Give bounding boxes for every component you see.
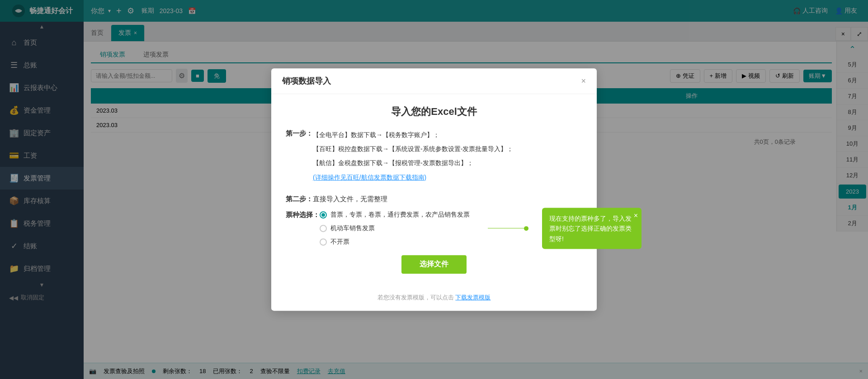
modal-body: 导入您的Excel文件 第一步： 【全电平台】数据下载→【税务数字账户】； 【百… [271, 94, 597, 294]
modal-main-title: 导入您的Excel文件 [286, 105, 582, 118]
radio-normal-circle [320, 211, 327, 218]
radio-no-ticket-circle [320, 238, 327, 246]
tooltip-connector [488, 226, 528, 231]
radio-motor[interactable]: 机动车销售发票 × 现在支持的票种多了，导入发票时别忘了选择正确的发票类型呀! [320, 224, 470, 232]
modal-close-btn[interactable]: × [581, 76, 586, 86]
step1-section: 第一步： 【全电平台】数据下载→【税务数字账户】； 【百旺】税控盘数据下载→【系… [286, 129, 582, 186]
radio-group: 普票，专票，卷票，通行费发票，农产品销售发票 机动车销售发票 × [320, 211, 470, 246]
radio-no-ticket-label: 不开票 [330, 238, 349, 246]
step2-content: 直接导入文件，无需整理 [313, 195, 387, 204]
radio-no-ticket[interactable]: 不开票 [320, 238, 470, 246]
step2-label: 第二步： [286, 195, 313, 204]
footer-text: 若您没有发票模版，可以点击 [377, 294, 454, 301]
modal-footer: 若您没有发票模版，可以点击 下载发票模版 [271, 294, 597, 311]
ticket-label: 票种选择： [286, 211, 320, 219]
ticket-section: 票种选择： 普票，专票，卷票，通行费发票，农产品销售发票 机动车销售发票 [286, 211, 582, 246]
radio-motor-circle [320, 225, 327, 232]
download-template-link[interactable]: 下载发票模版 [455, 294, 491, 301]
step1-line-1: 【全电平台】数据下载→【税务数字账户】； [313, 129, 513, 141]
tooltip-bubble: × 现在支持的票种多了，导入发票时别忘了选择正确的发票类型呀! [542, 208, 642, 249]
radio-normal[interactable]: 普票，专票，卷票，通行费发票，农产品销售发票 [320, 211, 470, 219]
step1-line-2: 【百旺】税控盘数据下载→【系统设置-系统参数设置-发票批量导入】； [313, 143, 513, 155]
step1-link: (详细操作见百旺/航信发票数据下载指南) [313, 172, 513, 183]
radio-normal-label: 普票，专票，卷票，通行费发票，农产品销售发票 [330, 211, 470, 219]
step1-content: 【全电平台】数据下载→【税务数字账户】； 【百旺】税控盘数据下载→【系统设置-系… [313, 129, 513, 186]
modal-title: 销项数据导入 [282, 76, 331, 86]
step1-label: 第一步： [286, 129, 313, 138]
import-modal: 销项数据导入 × 导入您的Excel文件 第一步： 【全电平台】数据下载→【税务… [271, 68, 597, 311]
radio-motor-label: 机动车销售发票 [330, 224, 375, 232]
tooltip-close-btn[interactable]: × [634, 209, 638, 221]
modal-header: 销项数据导入 × [271, 68, 597, 94]
step1-guide-link[interactable]: (详细操作见百旺/航信发票数据下载指南) [313, 174, 426, 181]
select-file-btn[interactable]: 选择文件 [401, 255, 467, 274]
step1-line-3: 【航信】金税盘数据下载→【报税管理-发票数据导出】； [313, 158, 513, 169]
step2-section: 第二步： 直接导入文件，无需整理 [286, 195, 582, 204]
tooltip-text: 现在支持的票种多了，导入发票时别忘了选择正确的发票类型呀! [549, 214, 632, 242]
